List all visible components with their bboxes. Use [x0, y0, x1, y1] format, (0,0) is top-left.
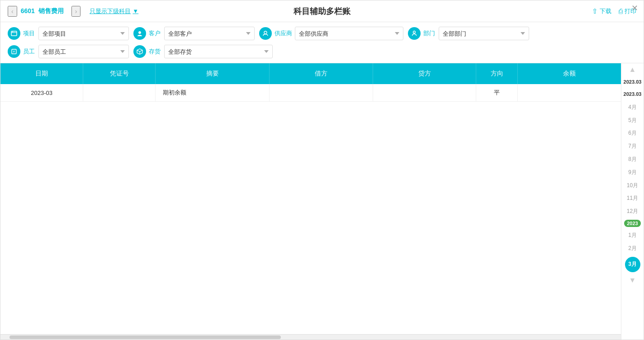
col-voucher: 凭证号 [83, 63, 156, 84]
project-label: 项目 [23, 29, 36, 38]
right-sidebar: ▲ 2023.03 2023.03 4月 5月 6月 7月 8月 9月 10月 … [621, 63, 644, 340]
filter-bar: 项目 全部项目 客户 全部客户 供应商 全部供应商 [0, 22, 644, 63]
table-header-row: 日期 凭证号 摘要 借方 贷方 方向 余额 [0, 63, 621, 84]
inventory-filter-group: 存货 全部存货 [133, 45, 273, 58]
sidebar-item-4[interactable]: 4月 [621, 101, 644, 114]
account-label: 6601 销售费用 [17, 7, 71, 15]
sidebar-item-3-active[interactable]: 3月 [625, 257, 640, 272]
account-name: 销售费用 [38, 7, 64, 14]
cell-credit [373, 84, 476, 102]
employee-icon [8, 45, 20, 58]
inventory-icon [133, 45, 146, 58]
sidebar-item-2023-03-second[interactable]: 2023.03 [621, 88, 644, 100]
employee-label: 员工 [23, 47, 36, 56]
sidebar-item-8[interactable]: 8月 [621, 153, 644, 166]
table-area[interactable]: 日期 凭证号 摘要 借方 贷方 方向 余额 2023-03 期初余额 [0, 63, 621, 340]
inventory-select[interactable]: 全部存货 [164, 45, 273, 58]
sidebar-item-7[interactable]: 7月 [621, 140, 644, 153]
show-sub-label: 只显示下级科目 [90, 7, 131, 15]
supplier-filter-group: 供应商 全部供应商 [259, 27, 403, 40]
supplier-select[interactable]: 全部供应商 [295, 27, 403, 40]
svg-point-4 [413, 31, 416, 33]
department-icon [408, 27, 421, 40]
sidebar-item-2023-03-top[interactable]: 2023.03 [621, 76, 644, 88]
main-content: 日期 凭证号 摘要 借方 贷方 方向 余额 2023-03 期初余额 [0, 63, 644, 340]
scrollbar-thumb[interactable] [9, 335, 281, 339]
svg-point-3 [264, 31, 267, 34]
col-date: 日期 [0, 63, 83, 84]
cell-summary: 期初余额 [156, 84, 270, 102]
year-badge[interactable]: 2023 [624, 220, 640, 227]
customer-filter-group: 客户 全部客户 [133, 27, 255, 40]
prev-arrow[interactable]: ‹ [8, 6, 17, 17]
col-summary: 摘要 [156, 63, 270, 84]
project-filter-group: 项目 全部项目 [8, 27, 129, 40]
customer-select[interactable]: 全部客户 [164, 27, 255, 40]
download-icon: ⇧ [592, 7, 598, 15]
account-code: 6601 [21, 7, 35, 14]
table-row: 2023-03 期初余额 平 [0, 84, 621, 102]
cell-voucher [83, 84, 156, 102]
svg-rect-5 [12, 49, 16, 54]
sidebar-item-5[interactable]: 5月 [621, 114, 644, 127]
cell-direction: 平 [476, 84, 517, 102]
inventory-label: 存货 [149, 47, 161, 56]
department-select[interactable]: 全部部门 [439, 27, 529, 40]
employee-select[interactable]: 全部员工 [38, 45, 129, 58]
sidebar-up-arrow[interactable]: ▲ [621, 63, 644, 76]
year-badge-container: 2023 [622, 219, 642, 228]
customer-label: 客户 [149, 29, 161, 38]
sidebar-item-11[interactable]: 11月 [621, 192, 644, 205]
sidebar-item-10[interactable]: 10月 [621, 179, 644, 192]
col-debit: 借方 [270, 63, 373, 84]
employee-filter-group: 员工 全部员工 [8, 45, 129, 58]
next-arrow[interactable]: › [71, 6, 81, 17]
close-button[interactable]: ✕ [631, 4, 638, 12]
col-balance: 余额 [517, 63, 621, 84]
sidebar-item-6[interactable]: 6月 [621, 127, 644, 140]
data-table: 日期 凭证号 摘要 借方 贷方 方向 余额 2023-03 期初余额 [0, 63, 621, 102]
cell-balance [517, 84, 621, 102]
sidebar-item-1[interactable]: 1月 [621, 229, 644, 242]
col-direction: 方向 [476, 63, 517, 84]
title-actions: ⇧ 下载 ⎙ 打印 [592, 7, 636, 15]
title-bar: ‹ 6601 销售费用 › 只显示下级科目 ▼ 科目辅助多栏账 ⇧ 下载 ⎙ 打… [0, 0, 644, 22]
svg-rect-0 [11, 31, 17, 36]
supplier-label: 供应商 [275, 29, 292, 38]
sidebar-item-2[interactable]: 2月 [621, 242, 644, 255]
col-credit: 贷方 [373, 63, 476, 84]
horizontal-scrollbar[interactable] [0, 334, 621, 340]
download-button[interactable]: ⇧ 下载 [592, 7, 611, 15]
project-select[interactable]: 全部项目 [38, 27, 129, 40]
cell-date: 2023-03 [0, 84, 83, 102]
project-icon [8, 27, 20, 40]
active-month-container: 3月 [625, 256, 640, 273]
department-label: 部门 [423, 29, 436, 38]
cell-debit [270, 84, 373, 102]
sidebar-down-arrow[interactable]: ▼ [621, 274, 644, 287]
customer-icon [133, 27, 146, 40]
print-icon: ⎙ [619, 7, 623, 15]
main-window: ‹ 6601 销售费用 › 只显示下级科目 ▼ 科目辅助多栏账 ⇧ 下载 ⎙ 打… [0, 0, 644, 340]
supplier-icon [259, 27, 272, 40]
page-title: 科目辅助多栏账 [294, 6, 350, 17]
show-sub-button[interactable]: 只显示下级科目 ▼ [90, 7, 138, 15]
sidebar-item-9[interactable]: 9月 [621, 166, 644, 179]
department-filter-group: 部门 全部部门 [408, 27, 529, 40]
chevron-down-icon: ▼ [133, 8, 138, 14]
download-label: 下载 [600, 7, 611, 15]
sidebar-item-12[interactable]: 12月 [621, 205, 644, 218]
